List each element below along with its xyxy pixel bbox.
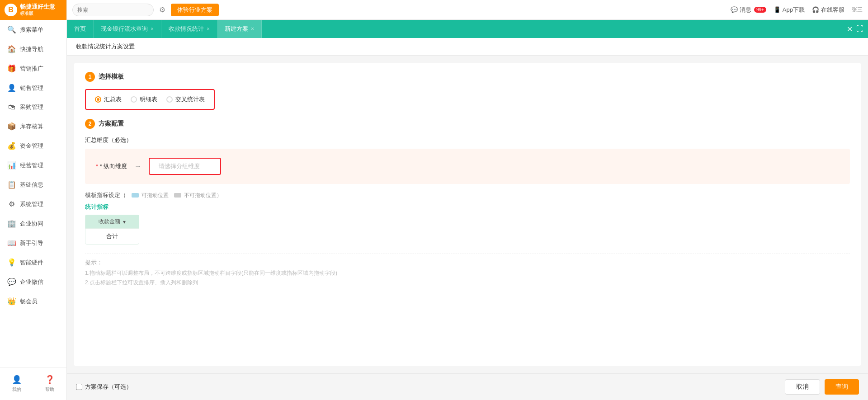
- download-btn[interactable]: 📱 App下载: [774, 6, 805, 14]
- tab-label-payment-stats: 收款情况统计: [169, 25, 204, 33]
- step2-title: 方案配置: [99, 120, 124, 128]
- sidebar-bottom-help[interactable]: ❓ 帮助: [33, 372, 67, 395]
- metrics-table-header[interactable]: 收款金额 ▾: [85, 215, 139, 229]
- step2-section: 2 方案配置 汇总维度（必选） * * 纵向维度 → 请选择分组维度: [85, 119, 850, 293]
- tips-section: 提示： 1.拖动标题栏可以调整布局，不可跨维度或指标区域拖动栏目字段(只能在同一…: [85, 254, 850, 293]
- member-icon: 👑: [7, 297, 16, 306]
- radio-cross[interactable]: 交叉统计表: [166, 95, 205, 104]
- template-selection-box: 汇总表明细表交叉统计表: [85, 89, 215, 110]
- cancel-button[interactable]: 取消: [785, 379, 820, 395]
- bottom-bar: 方案保存（可选） 取消 查询: [67, 373, 868, 400]
- sidebar-item-enterprise[interactable]: 🏢企业协同: [0, 214, 66, 233]
- fixed-hint: 不可拖动位置）: [174, 192, 222, 199]
- notifications-btn[interactable]: 💬 消息 99+: [731, 6, 766, 14]
- sidebar-bottom-user[interactable]: 👤 我的: [0, 372, 33, 395]
- sidebar-item-inventory[interactable]: 📦库存核算: [0, 117, 66, 136]
- draggable-indicator: [132, 193, 139, 198]
- service-btn[interactable]: 🎧 在线客服: [812, 6, 844, 14]
- sidebar-item-label: 资金管理: [20, 142, 43, 150]
- hardware-icon: 💡: [7, 258, 16, 267]
- main-area: ⚙ 体验行业方案 💬 消息 99+ 📱 App下载 🎧 在线客服 张三 首页现金…: [67, 0, 868, 400]
- sidebar-item-operations[interactable]: 📊经营管理: [0, 155, 66, 175]
- page-content: 收款情况统计方案设置 1 选择模板 汇总表明细表交叉统计表 2 方案配置: [67, 38, 868, 400]
- save-checkbox[interactable]: [76, 384, 82, 390]
- logo: B 畅捷通好生意 标准版: [0, 0, 66, 20]
- dimension-row: * * 纵向维度 → 请选择分组维度: [96, 158, 839, 175]
- topbar-right: 💬 消息 99+ 📱 App下载 🎧 在线客服 张三: [731, 6, 863, 14]
- metrics-table: 收款金额 ▾ 合计: [85, 215, 139, 245]
- tips-item-2: 2.点击标题栏下拉可设置排序、插入列和删除列: [85, 279, 850, 287]
- sidebar-item-label: 基础信息: [20, 181, 43, 189]
- sidebar-item-marketing[interactable]: 🎁营销推广: [0, 59, 66, 78]
- logo-text: 畅捷通好生意: [20, 3, 55, 10]
- enterprise-icon: 🏢: [7, 219, 16, 228]
- sidebar-item-label: 智能硬件: [20, 259, 43, 267]
- tab-close-new-plan[interactable]: ×: [251, 26, 254, 32]
- save-option: 方案保存（可选）: [76, 383, 132, 391]
- query-button[interactable]: 查询: [825, 379, 859, 395]
- tabbar: 首页现金银行流水查询×收款情况统计×新建方案× ✕ ⛶: [67, 20, 868, 38]
- tab-label-home: 首页: [74, 25, 86, 33]
- guide-icon: 📖: [7, 239, 16, 247]
- sidebar-item-quick-nav[interactable]: 🏠快捷导航: [0, 39, 66, 59]
- headset-icon: 🎧: [812, 6, 819, 13]
- tab-bank-flow[interactable]: 现金银行流水查询×: [94, 20, 161, 38]
- sidebar-item-system[interactable]: ⚙系统管理: [0, 194, 66, 214]
- radio-circle-detail: [131, 96, 137, 103]
- sidebar-item-label: 新手引导: [20, 239, 43, 247]
- tab-new-plan[interactable]: 新建方案×: [217, 20, 262, 38]
- logo-icon: B: [5, 4, 17, 16]
- metrics-table-cell: 合计: [85, 229, 139, 244]
- download-icon: 📱: [774, 6, 781, 13]
- dimension-area: * * 纵向维度 → 请选择分组维度: [85, 149, 850, 184]
- radio-label-summary: 汇总表: [104, 95, 122, 104]
- tab-label-bank-flow: 现金银行流水查询: [101, 25, 148, 33]
- sidebar-item-label: 营销推广: [20, 65, 43, 73]
- tab-close-payment-stats[interactable]: ×: [207, 26, 210, 32]
- user-name: 张三: [852, 6, 863, 14]
- radio-circle-summary: [95, 96, 101, 103]
- tab-close-bank-flow[interactable]: ×: [151, 26, 154, 32]
- expand-icon[interactable]: ⛶: [856, 25, 863, 33]
- sidebar-item-finance[interactable]: 💰资金管理: [0, 136, 66, 155]
- sidebar-item-label: 畅会员: [20, 297, 38, 306]
- close-all-icon[interactable]: ✕: [847, 25, 853, 33]
- sidebar-item-hardware[interactable]: 💡智能硬件: [0, 253, 66, 272]
- sidebar-item-sales[interactable]: 👤销售管理: [0, 78, 66, 98]
- search-input[interactable]: [72, 4, 154, 16]
- sidebar-item-label: 采购管理: [20, 103, 43, 111]
- tab-home[interactable]: 首页: [67, 20, 94, 38]
- basic-info-icon: 📋: [7, 180, 16, 189]
- topbar: ⚙ 体验行业方案 💬 消息 99+ 📱 App下载 🎧 在线客服 张三: [67, 0, 868, 20]
- step1-header: 1 选择模板: [85, 72, 850, 82]
- tab-payment-stats[interactable]: 收款情况统计×: [161, 20, 217, 38]
- fixed-indicator: [174, 193, 181, 198]
- radio-label-cross: 交叉统计表: [175, 95, 205, 104]
- sidebar-item-label: 经营管理: [20, 161, 43, 169]
- sales-icon: 👤: [7, 84, 16, 92]
- metrics-header: 模板指标设定（ 可拖动位置 不可拖动位置）: [85, 191, 850, 199]
- logo-badge: 标准版: [20, 10, 55, 17]
- radio-summary[interactable]: 汇总表: [95, 95, 122, 104]
- sidebar-item-guide[interactable]: 📖新手引导: [0, 233, 66, 253]
- sidebar-item-weixin[interactable]: 💬企业微信: [0, 272, 66, 292]
- sidebar-item-member[interactable]: 👑畅会员: [0, 292, 66, 311]
- sidebar-item-label: 销售管理: [20, 84, 43, 92]
- sidebar-item-label: 搜索菜单: [20, 26, 43, 34]
- sidebar-item-purchase[interactable]: 🛍采购管理: [0, 98, 66, 117]
- step2-header: 2 方案配置: [85, 119, 850, 129]
- radio-detail[interactable]: 明细表: [131, 95, 157, 104]
- sidebar-item-label: 企业协同: [20, 220, 43, 228]
- marketing-icon: 🎁: [7, 64, 16, 73]
- sidebar-item-basic-info[interactable]: 📋基础信息: [0, 175, 66, 194]
- sidebar-bottom: 👤 我的 ❓ 帮助: [0, 367, 66, 400]
- tabbar-actions: ✕ ⛶: [847, 25, 868, 33]
- tips-title: 提示：: [85, 259, 850, 267]
- sidebar-item-label: 库存核算: [20, 122, 43, 131]
- trial-button[interactable]: 体验行业方案: [171, 4, 219, 16]
- gear-icon[interactable]: ⚙: [159, 5, 165, 14]
- sidebar-item-label: 企业微信: [20, 278, 43, 286]
- sidebar-item-search-menu[interactable]: 🔍搜索菜单: [0, 20, 66, 39]
- radio-label-detail: 明细表: [140, 95, 157, 104]
- dimension-select[interactable]: 请选择分组维度: [149, 158, 221, 175]
